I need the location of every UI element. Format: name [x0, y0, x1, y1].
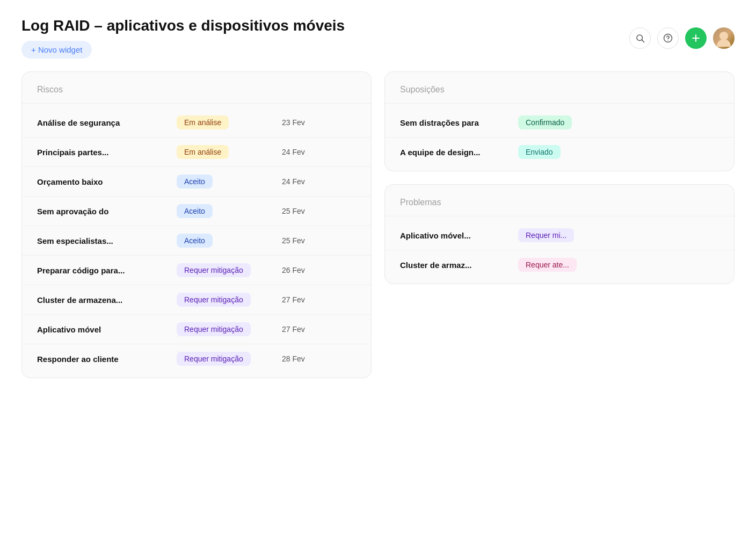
row-title: Cluster de armazena...: [37, 295, 177, 305]
row-date: 26 Fev: [282, 266, 325, 274]
suposicoes-table: Sem distrações para Confirmado A equipe …: [385, 104, 734, 171]
row-title: Cluster de armaz...: [400, 260, 518, 270]
row-title: Sem especialistas...: [37, 236, 177, 245]
problemas-card: Problemas Aplicativo móvel... Requer mi.…: [384, 184, 735, 284]
row-date: 25 Fev: [282, 236, 325, 245]
status-badge: Aceito: [177, 175, 213, 189]
row-date: 24 Fev: [282, 177, 325, 186]
status-badge: Requer mi...: [518, 228, 574, 242]
add-button[interactable]: [685, 27, 707, 49]
status-badge: Requer ate...: [518, 258, 577, 272]
table-row[interactable]: Sem especialistas... Aceito 25 Fev: [22, 226, 371, 256]
row-badge: Enviado: [518, 145, 719, 159]
table-row[interactable]: A equipe de design... Enviado: [385, 138, 734, 167]
row-date: 23 Fev: [282, 118, 325, 127]
riscos-section-title: Riscos: [22, 72, 371, 104]
right-column: Suposições Sem distrações para Confirmad…: [384, 71, 735, 284]
header-left: Log RAID – aplicativos e dispositivos mó…: [21, 17, 345, 59]
row-title: Análise de segurança: [37, 118, 177, 127]
row-badge: Requer mitigação: [177, 352, 273, 366]
row-title: Principais partes...: [37, 148, 177, 157]
row-badge: Requer ate...: [518, 258, 719, 272]
suposicoes-card: Suposições Sem distrações para Confirmad…: [384, 71, 735, 171]
row-date: 27 Fev: [282, 295, 325, 304]
row-title: Sem aprovação do: [37, 207, 177, 216]
problemas-table: Aplicativo móvel... Requer mi... Cluster…: [385, 216, 734, 284]
problemas-section-title: Problemas: [385, 185, 734, 216]
riscos-table: Análise de segurança Em análise 23 Fev P…: [22, 104, 371, 378]
help-icon: [663, 33, 673, 43]
search-icon: [635, 33, 645, 43]
table-row[interactable]: Principais partes... Em análise 24 Fev: [22, 138, 371, 167]
row-badge: Em análise: [177, 145, 273, 159]
help-button[interactable]: [657, 27, 679, 49]
table-row[interactable]: Análise de segurança Em análise 23 Fev: [22, 108, 371, 138]
row-badge: Requer mitigação: [177, 322, 273, 336]
novo-widget-button[interactable]: + Novo widget: [21, 41, 92, 59]
table-row[interactable]: Responder ao cliente Requer mitigação 28…: [22, 344, 371, 373]
table-row[interactable]: Preparar código para... Requer mitigação…: [22, 256, 371, 285]
row-badge: Aceito: [177, 234, 273, 248]
row-badge: Aceito: [177, 175, 273, 189]
row-badge: Requer mi...: [518, 228, 719, 242]
row-badge: Confirmado: [518, 115, 719, 129]
header: Log RAID – aplicativos e dispositivos mó…: [21, 17, 735, 59]
row-date: 28 Fev: [282, 354, 325, 363]
suposicoes-section-title: Suposições: [385, 72, 734, 104]
table-row[interactable]: Aplicativo móvel... Requer mi...: [385, 221, 734, 250]
row-title: Aplicativo móvel: [37, 325, 177, 334]
avatar-image: [713, 27, 735, 49]
avatar[interactable]: [713, 27, 735, 49]
table-row[interactable]: Cluster de armazena... Requer mitigação …: [22, 285, 371, 315]
table-row[interactable]: Sem aprovação do Aceito 25 Fev: [22, 197, 371, 226]
status-badge: Requer mitigação: [177, 352, 251, 366]
svg-line-1: [642, 40, 644, 42]
plus-icon: [690, 33, 701, 44]
table-row[interactable]: Orçamento baixo Aceito 24 Fev: [22, 167, 371, 197]
row-title: A equipe de design...: [400, 148, 518, 157]
table-row[interactable]: Aplicativo móvel Requer mitigação 27 Fev: [22, 315, 371, 344]
row-badge: Em análise: [177, 115, 273, 129]
status-badge: Requer mitigação: [177, 293, 251, 307]
row-date: 24 Fev: [282, 148, 325, 156]
status-badge: Confirmado: [518, 115, 572, 129]
status-badge: Em análise: [177, 145, 229, 159]
header-actions: [629, 27, 735, 49]
table-row[interactable]: Cluster de armaz... Requer ate...: [385, 250, 734, 279]
status-badge: Requer mitigação: [177, 322, 251, 336]
row-date: 27 Fev: [282, 325, 325, 334]
row-title: Sem distrações para: [400, 118, 518, 127]
row-title: Aplicativo móvel...: [400, 231, 518, 240]
table-row[interactable]: Sem distrações para Confirmado: [385, 108, 734, 138]
row-title: Orçamento baixo: [37, 177, 177, 186]
search-button[interactable]: [629, 27, 651, 49]
row-badge: Aceito: [177, 204, 273, 218]
riscos-card: Riscos Análise de segurança Em análise 2…: [21, 71, 372, 378]
status-badge: Requer mitigação: [177, 263, 251, 277]
row-title: Preparar código para...: [37, 266, 177, 275]
row-date: 25 Fev: [282, 207, 325, 215]
status-badge: Em análise: [177, 115, 229, 129]
main-grid: Riscos Análise de segurança Em análise 2…: [21, 71, 735, 378]
status-badge: Enviado: [518, 145, 561, 159]
status-badge: Aceito: [177, 234, 213, 248]
page-title: Log RAID – aplicativos e dispositivos mó…: [21, 17, 345, 34]
row-badge: Requer mitigação: [177, 293, 273, 307]
row-title: Responder ao cliente: [37, 354, 177, 364]
row-badge: Requer mitigação: [177, 263, 273, 277]
status-badge: Aceito: [177, 204, 213, 218]
